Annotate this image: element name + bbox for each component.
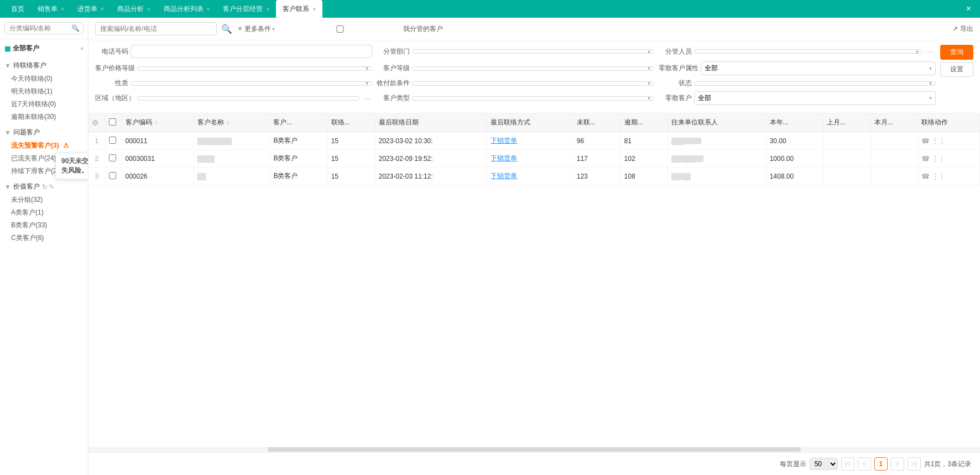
tab-close-customer-layer[interactable]: ×: [266, 6, 269, 12]
per-page-select[interactable]: 50 100 200: [810, 458, 838, 470]
sidebar-all-customers[interactable]: ▦ 全部客户 «: [0, 39, 88, 58]
sidebar-section-pending: ▼ 待联络客户 今天待联络(0) 明天待联络(1) 近7天待联络(0) 逾期未联…: [0, 58, 88, 124]
tab-close-analysis[interactable]: ×: [147, 6, 150, 12]
prev-page-button[interactable]: <: [858, 457, 871, 471]
tab-sales[interactable]: 销售单 ×: [31, 0, 71, 18]
table-row: 2 00030031 ████ B类客户 15 2023-02-09 19:52…: [88, 150, 980, 168]
row-contact-person: ██ ██: [668, 168, 766, 185]
region-more-button[interactable]: ···: [362, 94, 373, 103]
chevron-down-price: ▾: [366, 65, 368, 71]
action-contact-icon[interactable]: ☎: [921, 155, 930, 163]
row-contact-count: 15: [327, 150, 375, 168]
action-more-icon[interactable]: ⋮⋮: [932, 155, 945, 163]
region-select[interactable]: [137, 96, 359, 101]
search-input[interactable]: [95, 22, 217, 35]
tab-customer-layer[interactable]: 客户分层经营 ×: [216, 0, 276, 18]
payment-select[interactable]: ▾: [412, 81, 654, 86]
table-wrap: ⚙ 客户编码 ↕ 客户名称 ↕ 客户...: [88, 113, 980, 447]
my-customers-checkbox[interactable]: [279, 25, 401, 33]
row-year-amount: 30.00: [766, 132, 823, 150]
my-customers-checkbox-label[interactable]: 我分管的客户: [279, 24, 443, 34]
th-name[interactable]: 客户名称 ↕: [194, 113, 270, 132]
customer-type-select[interactable]: ▾: [412, 96, 654, 101]
tab-home[interactable]: 首页: [4, 0, 31, 18]
tab-close-analysis-list[interactable]: ×: [207, 6, 210, 12]
query-button[interactable]: 查询: [940, 45, 973, 60]
sidebar-section-value-title[interactable]: ▼ 价值客户 ↻ ✎: [0, 180, 88, 194]
chevron-down-ctype: ▾: [648, 95, 650, 101]
nature-select[interactable]: ▾: [131, 81, 372, 86]
sidebar-item-class-c[interactable]: C类客户(6): [0, 232, 88, 244]
arrow-down-icon-2: ▼: [4, 129, 11, 137]
filter-grade-field: 客户等级 ▾: [377, 64, 654, 73]
tab-close-purchase[interactable]: ×: [101, 6, 104, 12]
sidebar-collapse-icon[interactable]: «: [80, 45, 84, 51]
chevron-down-payment: ▾: [648, 80, 650, 86]
filter-region-field: 区域（地区） ···: [95, 93, 372, 103]
retail-attr-value: 全部: [705, 64, 718, 73]
search-button[interactable]: 🔍: [221, 24, 232, 34]
tab-analysis[interactable]: 商品分析 ×: [111, 0, 157, 18]
person-more-button[interactable]: ···: [925, 47, 936, 56]
table-settings-icon[interactable]: ⚙: [92, 118, 99, 127]
row-checkbox[interactable]: [109, 172, 116, 179]
sidebar-item-today[interactable]: 今天待联络(0): [0, 72, 88, 85]
refresh-icon[interactable]: ↻: [42, 183, 48, 191]
tab-purchase[interactable]: 进货单 ×: [71, 0, 111, 18]
sidebar-item-class-b[interactable]: B类客户(33): [0, 219, 88, 232]
scrollbar-thumb[interactable]: [268, 447, 801, 452]
select-all-checkbox[interactable]: [109, 118, 116, 126]
sidebar-section-problem-title[interactable]: ▼ 问题客户: [0, 126, 88, 139]
grade-label: 客户等级: [377, 64, 410, 73]
filter-dept-field: 分管部门 ▾: [377, 47, 654, 56]
person-select[interactable]: ▾: [694, 49, 923, 54]
total-info: 共1页，3条记录: [924, 460, 971, 469]
row-last-contact-date: 2023-02-03 11:12:: [375, 168, 487, 185]
filter-more-button[interactable]: ▼ 更多条件 ▾: [237, 24, 275, 34]
dept-select[interactable]: ▾: [412, 49, 654, 54]
row-checkbox[interactable]: [109, 154, 116, 161]
tab-analysis-list[interactable]: 商品分析列表 ×: [157, 0, 217, 18]
retail-attr-select[interactable]: 全部 ▾: [701, 61, 936, 75]
action-contact-icon[interactable]: ☎: [921, 137, 930, 145]
last-page-button[interactable]: >|: [908, 457, 921, 471]
sidebar-item-7days[interactable]: 近7天待联络(0): [0, 98, 88, 111]
sidebar-section-pending-title[interactable]: ▼ 待联络客户: [0, 59, 88, 72]
row-contact-count: 15: [327, 132, 375, 150]
export-button[interactable]: ↗ 导出: [952, 24, 973, 34]
grade-select[interactable]: ▾: [412, 66, 654, 71]
price-grade-select[interactable]: ▾: [137, 66, 372, 71]
row-code: 00030031: [122, 150, 194, 168]
settings-button[interactable]: 设置: [940, 62, 973, 77]
retail-customer-select[interactable]: 全部 ▾: [694, 91, 936, 105]
action-more-icon[interactable]: ⋮⋮: [932, 137, 945, 145]
row-code: 000026: [122, 168, 194, 185]
sidebar-item-tomorrow[interactable]: 明天待联络(1): [0, 85, 88, 98]
tab-close-sales[interactable]: ×: [61, 6, 64, 12]
edit-icon[interactable]: ✎: [49, 183, 54, 191]
horizontal-scrollbar[interactable]: [88, 447, 980, 452]
window-close-button[interactable]: ×: [962, 4, 976, 14]
status-select[interactable]: ▾: [694, 81, 936, 86]
sidebar-section-problem: ▼ 问题客户 流失预警客户(3) ⚠ 90天未交易的客户，可能有流失风险。 已流…: [0, 124, 88, 179]
row-overdue-days: 108: [621, 168, 668, 185]
th-code[interactable]: 客户编码 ↕: [122, 113, 194, 132]
sidebar-item-ungrouped[interactable]: 未分组(32): [0, 194, 88, 206]
tab-close-customer-contact[interactable]: ×: [312, 6, 316, 12]
phone-input[interactable]: [131, 45, 372, 58]
sidebar-item-overdue[interactable]: 逾期未联络(30): [0, 111, 88, 123]
arrow-down-icon-3: ▼: [4, 183, 11, 191]
filter-icon: ▼: [237, 25, 243, 33]
sidebar-item-churn-warning[interactable]: 流失预警客户(3) ⚠ 90天未交易的客户，可能有流失风险。: [0, 139, 88, 152]
row-checkbox[interactable]: [109, 137, 116, 144]
action-more-icon[interactable]: ⋮⋮: [932, 173, 945, 180]
tab-customer-contact[interactable]: 客户联系 ×: [276, 0, 322, 18]
next-page-button[interactable]: >: [891, 457, 904, 471]
filter-status-field: 状态 ▾: [659, 79, 936, 88]
row-year-amount: 1000.00: [766, 150, 823, 168]
action-contact-icon[interactable]: ☎: [921, 173, 930, 180]
chevron-down-retail: ▾: [929, 65, 932, 71]
sidebar-item-class-a[interactable]: A类客户(1): [0, 206, 88, 219]
first-page-button[interactable]: |<: [841, 457, 854, 471]
row-no-contact-days: 117: [573, 150, 621, 168]
